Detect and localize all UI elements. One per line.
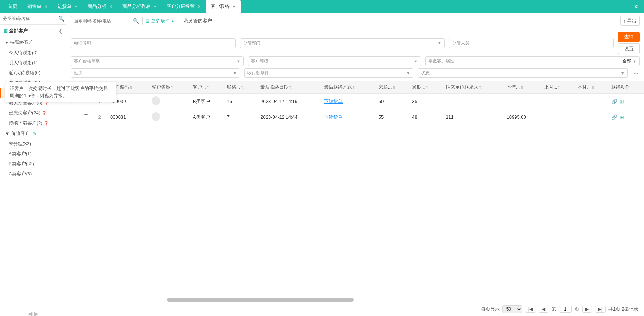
col-name-header[interactable]: 客户名称⇅: [148, 81, 189, 94]
last-page-btn[interactable]: ▶|: [595, 306, 606, 313]
sidebar-bottom-scroll: ◀ ▶: [0, 311, 66, 316]
col-last-contact-date-header[interactable]: 最后联络日期⇅: [257, 81, 320, 94]
prev-page-btn[interactable]: ◀: [539, 306, 548, 313]
col-overdue-header[interactable]: 逾期...⇅: [408, 81, 442, 94]
nav-customer-contact[interactable]: 客户联络 ✕: [206, 0, 241, 13]
type-sort-icon: ⇅: [207, 85, 210, 89]
row2-settings: [66, 109, 79, 125]
row2-actions: 🔗 ⊞: [608, 109, 644, 125]
filter-manager[interactable]: 分管人员 ···: [449, 38, 614, 48]
nav-product-analysis[interactable]: 商品分析 ✕: [83, 0, 117, 13]
query-btn[interactable]: 查询: [618, 32, 640, 42]
row2-last-method[interactable]: 下销货单: [320, 109, 375, 125]
sidebar-churned[interactable]: 已流失客户(24) ❓: [0, 108, 66, 118]
my-customers-checkbox[interactable]: [178, 19, 182, 23]
row1-grid-icon[interactable]: ⊞: [620, 99, 624, 104]
nav-close-sales[interactable]: ✕: [44, 4, 47, 9]
export-btn[interactable]: ↑ 导出: [620, 16, 640, 26]
page-input[interactable]: [559, 306, 572, 313]
sidebar-search-icon[interactable]: 🔍: [58, 16, 64, 22]
filter-more-dots[interactable]: ···: [632, 70, 640, 76]
col-current-month-header[interactable]: 本月...⇅: [574, 81, 608, 94]
filter-row-2: 客户价格等级 ▼ 客户等级 ▼ 零散客户属性 全部 ▼: [71, 56, 640, 66]
row2-last-date: 2023-04-12 14:44:: [257, 109, 320, 125]
nav-home[interactable]: 首页: [3, 0, 22, 13]
sidebar-pending-group[interactable]: ▼ 待联络客户: [0, 37, 66, 48]
first-page-btn[interactable]: |◀: [525, 306, 536, 313]
row1-type: B类客户: [189, 94, 223, 109]
customer-level-dropdown-icon: ▼: [414, 59, 418, 63]
filter-status[interactable]: 状态 ▼: [418, 68, 627, 78]
row2-link-icon[interactable]: 🔗: [611, 114, 617, 120]
nav-close-purchase[interactable]: ✕: [74, 4, 78, 9]
more-conditions-btn[interactable]: ⊟ 更多条件 ▲: [145, 18, 175, 24]
table-wrap: ⚙ 客户编码⇅ 客户名称⇅ 客户...⇅ 联络...⇅ 最后联络日期⇅ 最后联络…: [66, 81, 644, 297]
col-last-month-header[interactable]: 上月...⇅: [541, 81, 574, 94]
row1-avatar: [152, 96, 160, 105]
row2-overdue: 48: [408, 109, 442, 125]
row2-checkbox[interactable]: [79, 109, 92, 125]
nav-close-customer-contact[interactable]: ✕: [232, 4, 236, 9]
sidebar-value-a[interactable]: A类客户(1): [0, 149, 66, 159]
filter-customer-level[interactable]: 客户等级 ▼: [248, 56, 421, 66]
next-page-btn[interactable]: ▶: [582, 306, 592, 313]
value-edit-icon[interactable]: ✎: [33, 131, 36, 136]
row2-last-month: [541, 109, 574, 125]
filter-retail-attr[interactable]: 零散客户属性 全部 ▼: [425, 56, 640, 66]
page-size-select[interactable]: 50 100 200: [502, 305, 522, 313]
col-pending-header[interactable]: 未联...⇅: [375, 81, 409, 94]
search-input[interactable]: [74, 18, 131, 23]
col-current-year-header[interactable]: 本年...⇅: [503, 81, 541, 94]
nav-purchase[interactable]: 进货单 ✕: [52, 0, 83, 13]
my-customers-check: 我分管的客户: [178, 18, 212, 24]
col-contact-count-header[interactable]: 联络...⇅: [223, 81, 257, 94]
nav-sales[interactable]: 销售单 ✕: [22, 0, 52, 13]
contact-person-sort-icon: ⇅: [479, 85, 482, 89]
sidebar-pending-today[interactable]: 今天待联络(0): [0, 48, 66, 58]
name-sort-icon: ⇅: [171, 85, 174, 89]
last-method-sort-icon: ⇅: [353, 85, 356, 89]
nav-close-product[interactable]: ✕: [109, 4, 112, 9]
content-area: 🔍 ⊟ 更多条件 ▲ 我分管的客户 ↑ 导出 电话号码: [66, 13, 644, 316]
filter-price-level[interactable]: 客户价格等级 ▼: [71, 56, 244, 66]
manager-more-icon[interactable]: ···: [604, 40, 609, 46]
sidebar-value-ungrouped[interactable]: 未分组(32): [0, 139, 66, 149]
table-header-row: ⚙ 客户编码⇅ 客户名称⇅ 客户...⇅ 联络...⇅ 最后联络日期⇅ 最后联络…: [66, 81, 644, 94]
window-close-button[interactable]: ✕: [631, 3, 641, 10]
sidebar-declining[interactable]: 持续下滑客户(2) ❓: [0, 118, 66, 128]
nav-product-analysis-list[interactable]: 商品分析列表 ✕: [117, 0, 162, 13]
search-icon[interactable]: 🔍: [133, 18, 139, 24]
sidebar-all-customers[interactable]: ⊞ 全部客户 ❮: [0, 25, 66, 37]
nav-customer-layered[interactable]: 客户分层经营 ✕: [162, 0, 206, 13]
row2-year: 10995.00: [503, 109, 541, 125]
row1-last-method[interactable]: 下销货单: [320, 94, 375, 109]
settings-btn[interactable]: 设置: [618, 43, 640, 54]
last-date-sort-icon: ⇅: [289, 85, 292, 89]
col-contact-person-header[interactable]: 往来单位联系人⇅: [442, 81, 503, 94]
filter-phone[interactable]: 电话号码: [71, 38, 236, 48]
current-month-sort-icon: ⇅: [592, 85, 594, 89]
sidebar-value-c[interactable]: C类客户(6): [0, 169, 66, 179]
row1-link-icon[interactable]: 🔗: [611, 99, 617, 104]
scroll-thumb[interactable]: [167, 298, 354, 302]
nav-close-customer-layered[interactable]: ✕: [198, 4, 201, 9]
filter-dept[interactable]: 分管部门 ▼: [240, 38, 445, 48]
sidebar-pending-tomorrow[interactable]: 明天待联络(1): [0, 58, 66, 68]
row2-select-checkbox[interactable]: [84, 114, 88, 119]
sidebar-search-input[interactable]: [3, 16, 57, 21]
sidebar-value-b[interactable]: B类客户(33): [0, 159, 66, 169]
page-suffix: 页: [575, 306, 579, 312]
filter-payment[interactable]: 收付款条件 ▼: [244, 68, 413, 78]
nav-close-product-list[interactable]: ✕: [153, 4, 157, 9]
row1-pending: 50: [375, 94, 409, 109]
pending-arrow-icon: ▼: [5, 41, 9, 44]
sidebar-pending-7days[interactable]: 近7天待联络(0): [0, 68, 66, 78]
sidebar-value-section[interactable]: ▼ 价值客户 ✎: [0, 128, 66, 139]
filter-gender[interactable]: 性质 ▼: [71, 68, 240, 78]
horizontal-scrollbar[interactable]: [66, 297, 644, 302]
payment-dropdown-icon: ▼: [406, 71, 410, 75]
contact-count-sort-icon: ⇅: [241, 85, 244, 89]
col-type-header[interactable]: 客户...⇅: [189, 81, 223, 94]
col-last-contact-method-header[interactable]: 最后联络方式⇅: [320, 81, 375, 94]
row2-grid-icon[interactable]: ⊞: [620, 114, 624, 120]
